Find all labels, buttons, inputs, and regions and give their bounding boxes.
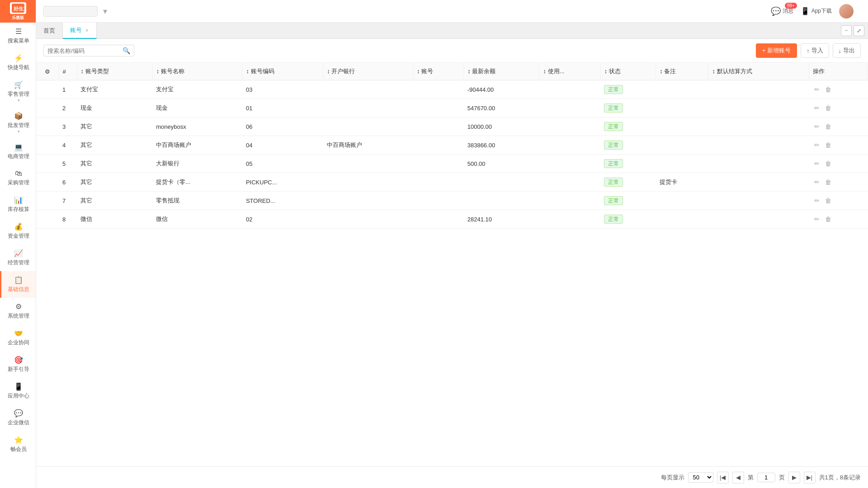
cell-settlement (708, 155, 809, 173)
col-settings[interactable]: ⚙ (36, 63, 59, 80)
delete-button[interactable]: 🗑 (823, 178, 833, 187)
table-row: 5 其它 大新银行 05 500.00 正常 ✏ 🗑 (36, 155, 868, 173)
edit-button[interactable]: ✏ (812, 215, 821, 224)
col-usage-label: 使用... (548, 68, 565, 75)
sidebar-item-finance[interactable]: 💰 资金管理 (0, 218, 36, 244)
sidebar-item-retail-mgmt[interactable]: 🛒 零售管理 ▾ (0, 76, 36, 107)
export-button[interactable]: ↓ 导出 (833, 43, 861, 58)
sidebar-item-label: 应用中心 (8, 392, 29, 400)
sidebar-item-wholesale-mgmt[interactable]: 📦 批发管理 ▾ (0, 107, 36, 138)
toolbar-actions: + 新增账号 ↑ 导入 ↓ 导出 (756, 43, 861, 58)
tab-home[interactable]: 首页 (36, 23, 63, 39)
page-number-input[interactable] (757, 473, 775, 482)
topbar-search-input[interactable] (43, 6, 98, 17)
dropdown-icon[interactable]: ▾ (103, 6, 107, 16)
sidebar-item-label: 采购管理 (8, 179, 29, 187)
sidebar-item-quick-nav[interactable]: ⚡ 快捷导航 (0, 49, 36, 76)
sidebar-item-vip[interactable]: ⭐ 畅会员 (0, 431, 36, 458)
page-size-select[interactable]: 50 100 200 (688, 472, 713, 483)
edit-button[interactable]: ✏ (812, 178, 821, 187)
cell-settlement (708, 192, 809, 210)
last-page-button[interactable]: ▶| (804, 472, 816, 483)
wechat-icon: 💬 (14, 409, 23, 418)
sidebar-item-wechat[interactable]: 💬 企业微信 (0, 404, 36, 431)
delete-button[interactable]: 🗑 (823, 103, 833, 113)
import-button[interactable]: ↑ 导入 (801, 43, 829, 58)
col-name[interactable]: ↕ 账号名称 (152, 63, 242, 80)
col-note[interactable]: ↕ 备注 (656, 63, 708, 80)
search-input[interactable] (47, 47, 120, 54)
sidebar-item-purchase[interactable]: 🛍 采购管理 (0, 165, 36, 191)
col-action: 操作 (809, 63, 868, 80)
col-account[interactable]: ↕ 账号 (413, 63, 463, 80)
delete-button[interactable]: 🗑 (823, 215, 833, 224)
sidebar-item-system[interactable]: ⚙ 系统管理 (0, 298, 36, 324)
delete-button[interactable]: 🗑 (823, 141, 833, 150)
cell-balance (464, 173, 539, 192)
sidebar-item-app-center[interactable]: 📱 应用中心 (0, 378, 36, 404)
sidebar-item-label: 电商管理 (8, 153, 29, 160)
table-row: 1 支付宝 支付宝 03 -90444.00 正常 ✏ 🗑 (36, 80, 868, 99)
col-usage[interactable]: ↕ 使用... (539, 63, 600, 80)
cell-bank (323, 99, 413, 117)
col-settlement[interactable]: ↕ 默认结算方式 (708, 63, 809, 80)
edit-button[interactable]: ✏ (812, 85, 821, 94)
sidebar-item-label: 快捷导航 (8, 64, 29, 71)
sidebar-item-label: 系统管理 (8, 312, 29, 320)
cell-balance: 28241.10 (464, 210, 539, 229)
cell-note (656, 155, 708, 173)
tab-maximize-button[interactable]: ⤢ (854, 25, 864, 36)
add-account-button[interactable]: + 新增账号 (756, 43, 797, 58)
edit-button[interactable]: ✏ (812, 122, 821, 131)
cell-settings (36, 99, 59, 117)
col-status[interactable]: ↕ 状态 (600, 63, 656, 80)
status-badge: 正常 (604, 141, 623, 150)
col-code[interactable]: ↕ 账号编码 (242, 63, 323, 80)
cell-code: 01 (242, 99, 323, 117)
table-row: 7 其它 零售抵现 STORED... 正常 ✏ 🗑 (36, 192, 868, 210)
delete-button[interactable]: 🗑 (823, 122, 833, 131)
cell-settlement (708, 117, 809, 136)
edit-button[interactable]: ✏ (812, 159, 821, 168)
import-icon: ↑ (807, 47, 810, 54)
app-download-label: App下载 (811, 7, 832, 15)
col-code-label: 账号编码 (251, 68, 274, 75)
edit-button[interactable]: ✏ (812, 141, 821, 150)
edit-button[interactable]: ✏ (812, 196, 821, 205)
delete-button[interactable]: 🗑 (823, 159, 833, 168)
cell-settlement (708, 210, 809, 229)
sidebar-item-inventory[interactable]: 📊 库存核算 (0, 191, 36, 218)
sidebar-item-operations[interactable]: 📈 经营管理 (0, 244, 36, 271)
message-button[interactable]: 💬 99+ 消息 (771, 6, 793, 16)
col-bank[interactable]: ↕ 开户银行 (323, 63, 413, 80)
sidebar-item-ecommerce[interactable]: 💻 电商管理 (0, 138, 36, 165)
col-type[interactable]: ↕ 账号类型 (77, 63, 152, 80)
pagination-bar: 每页显示 50 100 200 |◀ ◀ 第 页 ▶ ▶| 共1页，8条记录 (36, 466, 868, 488)
search-menu-icon: ☰ (15, 27, 22, 36)
user-avatar[interactable] (839, 4, 854, 19)
delete-button[interactable]: 🗑 (823, 196, 833, 205)
cell-settlement (708, 173, 809, 192)
col-note-label: 备注 (664, 68, 676, 75)
table-row: 3 其它 moneybosx 06 10000.00 正常 ✏ 🗑 (36, 117, 868, 136)
prev-page-button[interactable]: ◀ (732, 472, 744, 483)
tab-close-icon[interactable]: × (85, 27, 89, 34)
sidebar-item-basic-info[interactable]: 📋 基础信息 (0, 271, 36, 298)
sidebar-item-search-menu[interactable]: ☰ 搜索菜单 (0, 23, 36, 49)
page-label: 第 (748, 474, 754, 482)
app-download-button[interactable]: 📱 App下载 (801, 7, 832, 15)
tab-account[interactable]: 账号 × (63, 23, 97, 39)
cell-num: 7 (59, 192, 77, 210)
delete-button[interactable]: 🗑 (823, 85, 833, 94)
col-balance[interactable]: ↕ 最新余额 (464, 63, 539, 80)
expand-icon: ▾ (18, 98, 20, 103)
sidebar-item-guide[interactable]: 🎯 新手引导 (0, 351, 36, 378)
guide-icon: 🎯 (14, 356, 23, 364)
next-page-button[interactable]: ▶ (788, 472, 800, 483)
search-icon[interactable]: 🔍 (123, 47, 130, 54)
first-page-button[interactable]: |◀ (717, 472, 729, 483)
sidebar-item-enterprise[interactable]: 🤝 企业协同 (0, 324, 36, 351)
tab-minimize-button[interactable]: － (841, 25, 852, 36)
edit-button[interactable]: ✏ (812, 103, 821, 113)
cell-actions: ✏ 🗑 (809, 136, 868, 155)
